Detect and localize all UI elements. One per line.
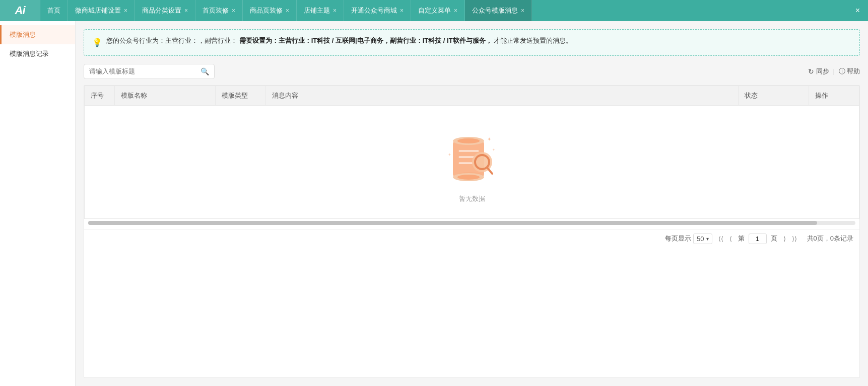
tab-theme[interactable]: 店铺主题 × — [297, 0, 344, 21]
content-area: 💡 您的公众号行业为：主营行业：，副营行业： 需要设置为：主营行业：IT科技 /… — [76, 21, 868, 386]
tab-bar-global-close[interactable]: × — [847, 6, 868, 15]
tab-home-decor-close[interactable]: × — [232, 7, 235, 14]
tab-theme-label: 店铺主题 — [304, 6, 330, 15]
sidebar: 模版消息 模版消息记录 — [0, 21, 76, 386]
col-status: 状态 — [739, 86, 809, 105]
tab-product-decor[interactable]: 商品页装修 × — [243, 0, 297, 21]
table-container: 序号 模版名称 模版类型 消息内容 状态 操作 — [84, 85, 860, 378]
data-table: 序号 模版名称 模版类型 消息内容 状态 操作 — [84, 86, 859, 219]
empty-illustration: ✦ ✦ ✦ — [442, 126, 502, 186]
page-input[interactable] — [749, 234, 767, 244]
tab-mall-close[interactable]: × — [400, 7, 404, 14]
notice-suffix: 才能正常发送预置的消息。 — [494, 37, 572, 44]
help-circle-icon: ⓘ — [839, 67, 845, 76]
empty-state: ✦ ✦ ✦ 暂无数据 — [85, 106, 859, 218]
sidebar-item-template-msg-label: 模版消息 — [10, 31, 36, 38]
main-layout: 模版消息 模版消息记录 💡 您的公众号行业为：主营行业：，副营行业： 需要设置为… — [0, 21, 868, 386]
per-page-select-box[interactable]: 50 ▾ — [693, 234, 712, 244]
per-page-chevron-icon: ▾ — [706, 236, 709, 242]
notice-box: 💡 您的公众号行业为：主营行业：，副营行业： 需要设置为：主营行业：IT科技 /… — [84, 29, 860, 56]
tab-category[interactable]: 商品分类设置 × — [135, 0, 195, 21]
per-page-label: 每页显示 — [665, 234, 691, 243]
per-page-selector: 每页显示 50 ▾ — [665, 234, 712, 244]
sync-label: 同步 — [816, 67, 829, 76]
col-name: 模版名称 — [115, 86, 216, 105]
page-nav: ⟨⟨ ⟨ 第 页 ⟩ ⟩⟩ — [716, 234, 799, 244]
tab-mall-label: 开通公众号商城 — [351, 6, 397, 15]
sidebar-item-template-msg-record-label: 模版消息记录 — [10, 50, 49, 57]
svg-text:✦: ✦ — [487, 136, 491, 142]
tab-home-decor-label: 首页装修 — [203, 6, 229, 15]
notice-icon: 💡 — [92, 36, 102, 49]
help-label: 帮助 — [847, 67, 860, 76]
sync-button[interactable]: ↻ 同步 — [808, 67, 829, 76]
tab-template-msg-close[interactable]: × — [521, 7, 524, 14]
col-type: 模版类型 — [216, 86, 266, 105]
svg-point-5 — [457, 175, 480, 180]
tab-category-close[interactable]: × — [184, 7, 188, 14]
pagination: 每页显示 50 ▾ ⟨⟨ ⟨ 第 页 ⟩ ⟩⟩ 共0页，0条记录 — [84, 229, 859, 248]
page-last-button[interactable]: ⟩⟩ — [790, 234, 799, 244]
search-button[interactable]: 🔍 — [195, 64, 214, 79]
table-body: ✦ ✦ ✦ 暂无数据 — [85, 105, 859, 218]
tab-menu-label: 自定义菜单 — [418, 6, 451, 15]
tab-menu[interactable]: 自定义菜单 × — [411, 0, 465, 21]
search-bar: 🔍 ↻ 同步 | ⓘ 帮助 — [84, 64, 860, 79]
tab-home-decor[interactable]: 首页装修 × — [195, 0, 243, 21]
tab-home[interactable]: 首页 — [40, 0, 68, 21]
tab-mall[interactable]: 开通公众号商城 × — [344, 0, 411, 21]
sync-icon: ↻ — [808, 67, 814, 75]
search-actions: ↻ 同步 | ⓘ 帮助 — [808, 67, 860, 76]
page-total: 共0页，0条记录 — [807, 234, 853, 243]
help-button[interactable]: ⓘ 帮助 — [839, 67, 860, 76]
tab-shop-settings-close[interactable]: × — [124, 7, 127, 14]
notice-text: 您的公众号行业为：主营行业：，副营行业： 需要设置为：主营行业：IT科技 / 互… — [106, 36, 572, 46]
search-input[interactable] — [84, 64, 195, 78]
page-next-button[interactable]: ⟩ — [781, 234, 788, 244]
scrollbar-track[interactable] — [88, 221, 855, 225]
logo: Ai — [0, 0, 40, 21]
sidebar-item-template-msg[interactable]: 模版消息 — [0, 25, 75, 44]
tab-template-msg[interactable]: 公众号模版消息 × — [465, 0, 532, 21]
page-prev-button[interactable]: ⟨ — [727, 234, 734, 244]
per-page-value: 50 — [697, 235, 704, 243]
tab-shop-settings[interactable]: 微商城店铺设置 × — [68, 0, 135, 21]
scrollbar-thumb[interactable] — [88, 221, 817, 225]
col-content: 消息内容 — [266, 86, 739, 105]
svg-text:✦: ✦ — [492, 148, 495, 151]
tab-theme-close[interactable]: × — [333, 7, 337, 14]
search-input-container: 🔍 — [84, 64, 215, 79]
notice-prefix: 您的公众号行业为：主营行业：，副营行业： — [106, 37, 237, 44]
tab-home-label: 首页 — [47, 6, 60, 15]
tab-menu-close[interactable]: × — [454, 7, 457, 14]
tab-product-decor-label: 商品页装修 — [250, 6, 283, 15]
page-first-button[interactable]: ⟨⟨ — [716, 234, 725, 244]
tab-product-decor-close[interactable]: × — [286, 7, 289, 14]
scrollbar-area-container — [84, 219, 859, 229]
tab-bar: Ai 首页 微商城店铺设置 × 商品分类设置 × 首页装修 × 商品页装修 × … — [0, 0, 868, 21]
tab-category-label: 商品分类设置 — [142, 6, 181, 15]
page-label: 第 — [738, 234, 745, 243]
tab-shop-settings-label: 微商城店铺设置 — [75, 6, 121, 15]
notice-highlight: 需要设置为：主营行业：IT科技 / 互联网|电子商务，副营行业：IT科技 / I… — [239, 37, 492, 44]
svg-text:✦: ✦ — [448, 152, 451, 157]
empty-state-cell: ✦ ✦ ✦ 暂无数据 — [85, 105, 859, 218]
svg-point-3 — [457, 138, 480, 143]
col-action: 操作 — [809, 86, 859, 105]
table-header: 序号 模版名称 模版类型 消息内容 状态 操作 — [85, 86, 859, 105]
page-unit: 页 — [771, 234, 777, 243]
sidebar-item-template-msg-record[interactable]: 模版消息记录 — [0, 44, 75, 63]
tab-template-msg-label: 公众号模版消息 — [472, 6, 518, 15]
empty-text: 暂无数据 — [459, 194, 485, 203]
divider: | — [833, 67, 835, 75]
col-index: 序号 — [85, 86, 115, 105]
